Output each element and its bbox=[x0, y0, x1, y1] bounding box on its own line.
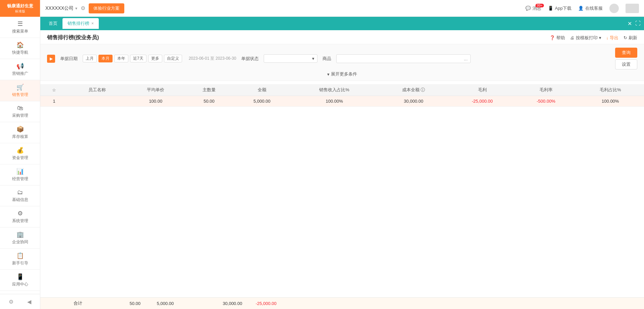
purchase-label: 采购管理 bbox=[12, 113, 28, 118]
goods-more-btn[interactable]: ... bbox=[464, 56, 468, 61]
finance-icon: 💰 bbox=[16, 147, 24, 154]
window-restore-btn[interactable]: ⛶ bbox=[635, 20, 641, 27]
system-icon: ⚙ bbox=[17, 210, 23, 217]
inventory-icon: 📦 bbox=[16, 125, 24, 133]
message-item[interactable]: 💬 消息 99+ bbox=[525, 5, 541, 11]
service-label: 在线客服 bbox=[585, 5, 603, 11]
date-range-text: 2023-06-01 至 2023-06-30 bbox=[189, 56, 236, 61]
filter-collapse-icon: ▶ bbox=[50, 56, 53, 61]
app-title: 畅康通好生意 bbox=[7, 3, 33, 9]
marketing-icon: 📢 bbox=[16, 62, 24, 70]
footer-cell-7: -25,000.00 bbox=[249, 301, 283, 306]
date-more-btn[interactable]: 更多 bbox=[148, 55, 162, 62]
filter-collapse-btn[interactable]: ▶ bbox=[47, 55, 55, 63]
col-cost: 成本全额 ⓘ bbox=[378, 84, 449, 96]
print-btn[interactable]: 🖨 按模板打印 ▾ bbox=[570, 35, 601, 41]
apps-label: 应用中心 bbox=[12, 281, 28, 287]
sidebar-collapse-icon[interactable]: ◀ bbox=[27, 299, 31, 305]
tab-close-icon[interactable]: × bbox=[91, 21, 94, 26]
table-body: 1100.0050.005,000.00100.00%30,000.00-25,… bbox=[40, 96, 644, 107]
sidebar-item-inventory[interactable]: 📦 库存核算 bbox=[0, 122, 40, 143]
app-icon: 📱 bbox=[548, 6, 553, 11]
sidebar-item-apps[interactable]: 📱 应用中心 bbox=[0, 270, 40, 291]
status-select[interactable]: ▾ bbox=[264, 54, 317, 63]
filter-row-2: ▾ 展开更多条件 bbox=[47, 71, 637, 77]
corp-label: 企业协同 bbox=[12, 239, 28, 245]
settings-btn[interactable]: 设置 bbox=[615, 59, 637, 69]
sidebar-item-finance[interactable]: 💰 资金管理 bbox=[0, 143, 40, 164]
date-7days-btn[interactable]: 近7天 bbox=[130, 55, 146, 62]
topbar-settings-icon[interactable]: ⚙ bbox=[81, 5, 85, 11]
purchase-icon: 🛍 bbox=[17, 105, 23, 112]
window-close-btn[interactable]: ✕ bbox=[628, 20, 632, 27]
sidebar-item-sales[interactable]: 🛒 销售管理 bbox=[0, 80, 40, 101]
topbar-left: XXXXXX公司 ▾ ⚙ 体验行业方案 bbox=[45, 3, 124, 13]
sidebar-item-marketing[interactable]: 📢 营销推广 bbox=[0, 59, 40, 80]
main-content: XXXXXX公司 ▾ ⚙ 体验行业方案 💬 消息 99+ 📱 App下载 👤 在… bbox=[40, 0, 644, 309]
col-qty: 主数量 bbox=[185, 84, 233, 96]
avatar[interactable] bbox=[609, 4, 619, 13]
tab-sales-rank[interactable]: 销售排行榜 × bbox=[62, 18, 99, 29]
tab-home[interactable]: 首页 bbox=[44, 18, 62, 29]
sidebar-item-guide[interactable]: 📋 新手引导 bbox=[0, 249, 40, 270]
sidebar-item-base[interactable]: 🗂 基础信息 bbox=[0, 186, 40, 206]
data-table: ☆员工名称平均单价主数量全额销售收入占比%成本全额 ⓘ毛利毛利率毛利占比% 11… bbox=[40, 84, 644, 107]
sidebar-item-wechat[interactable]: 💬 企业微信 bbox=[0, 291, 40, 294]
status-filter-label: 单据状态 bbox=[241, 56, 259, 62]
print-icon: 🖨 bbox=[570, 35, 574, 40]
sidebar-item-purchase[interactable]: 🛍 采购管理 bbox=[0, 101, 40, 122]
chevron-down-icon: ▾ bbox=[75, 6, 77, 11]
message-badge: 99+ bbox=[535, 4, 544, 7]
footer-cell-3: 50.00 bbox=[122, 301, 148, 306]
goods-select[interactable]: ... bbox=[336, 54, 471, 63]
sidebar-item-corp[interactable]: 🏢 企业协同 bbox=[0, 227, 40, 249]
expand-conditions-btn[interactable]: ▾ 展开更多条件 bbox=[327, 71, 357, 77]
query-btn[interactable]: 查询 bbox=[615, 48, 637, 58]
sidebar-item-operations[interactable]: 📊 经营管理 bbox=[0, 164, 40, 186]
footer-cell-4: 5,000.00 bbox=[148, 301, 182, 306]
inventory-label: 库存核算 bbox=[12, 134, 28, 140]
date-custom-btn[interactable]: 自定义 bbox=[164, 55, 182, 62]
page-header: 销售排行榜(按业务员) ❓ 帮助 🖨 按模板打印 ▾ ↓ 导出 ↻ 刷新 bbox=[40, 30, 644, 44]
sidebar-item-system[interactable]: ⚙ 系统管理 bbox=[0, 206, 40, 227]
company-selector[interactable]: XXXXXX公司 ▾ bbox=[45, 5, 77, 11]
sidebar-item-search-order[interactable]: ☰ 搜索菜单 bbox=[0, 17, 40, 38]
refresh-icon: ↻ bbox=[624, 35, 627, 40]
table-footer: 合计50.005,000.0030,000.00-25,000.00 bbox=[40, 297, 644, 309]
base-icon: 🗂 bbox=[17, 189, 23, 196]
export-icon: ↓ bbox=[606, 35, 609, 40]
app-download-item[interactable]: 📱 App下载 bbox=[548, 5, 571, 11]
status-chevron-icon: ▾ bbox=[312, 56, 314, 61]
refresh-btn[interactable]: ↻ 刷新 bbox=[624, 35, 637, 41]
date-last-month-btn[interactable]: 上月 bbox=[83, 55, 97, 62]
footer-cell-6: 30,000.00 bbox=[216, 301, 249, 306]
finance-label: 资金管理 bbox=[12, 155, 28, 161]
date-range-btns: 上月 本月 本年 近7天 更多 自定义 bbox=[83, 55, 182, 62]
export-label: 导出 bbox=[610, 35, 618, 41]
tabbar: 首页 销售排行榜 × ✕ ⛶ bbox=[40, 17, 644, 30]
filter-bar: ▶ 单据日期 上月 本月 本年 近7天 更多 自定义 2023-06-01 至 … bbox=[40, 44, 644, 81]
help-icon: ❓ bbox=[550, 35, 555, 40]
query-btn-area: 查询 设置 bbox=[615, 48, 637, 69]
cell-gross_rate: -500.00% bbox=[515, 96, 576, 107]
cell-amount: 5,000.00 bbox=[233, 96, 291, 107]
service-item[interactable]: 👤 在线客服 bbox=[578, 5, 603, 11]
sales-icon: 🛒 bbox=[16, 84, 24, 91]
page-title: 销售排行榜(按业务员) bbox=[47, 34, 99, 41]
tab-home-label: 首页 bbox=[49, 20, 57, 27]
sidebar-nav: ☰ 搜索菜单 🏠 快捷导航 📢 营销推广 🛒 销售管理 🛍 采购管理 📦 库存核… bbox=[0, 17, 40, 294]
cell-gross: -25,000.00 bbox=[449, 96, 515, 107]
sidebar-item-quick-nav[interactable]: 🏠 快捷导航 bbox=[0, 38, 40, 59]
cell-employee bbox=[68, 96, 126, 107]
export-btn[interactable]: ↓ 导出 bbox=[606, 35, 619, 41]
date-this-month-btn[interactable]: 本月 bbox=[98, 55, 113, 62]
guide-label: 新手引导 bbox=[12, 260, 28, 266]
topbar: XXXXXX公司 ▾ ⚙ 体验行业方案 💬 消息 99+ 📱 App下载 👤 在… bbox=[40, 0, 644, 17]
col-sales_pct: 销售收入占比% bbox=[291, 84, 378, 96]
trial-btn[interactable]: 体验行业方案 bbox=[89, 3, 124, 13]
topbar-right: 💬 消息 99+ 📱 App下载 👤 在线客服 bbox=[525, 4, 639, 13]
tab-sales-rank-label: 销售排行榜 bbox=[68, 20, 89, 27]
date-this-year-btn[interactable]: 本年 bbox=[114, 55, 128, 62]
sidebar-settings-icon[interactable]: ⚙ bbox=[9, 299, 13, 305]
help-btn[interactable]: ❓ 帮助 bbox=[550, 35, 565, 41]
